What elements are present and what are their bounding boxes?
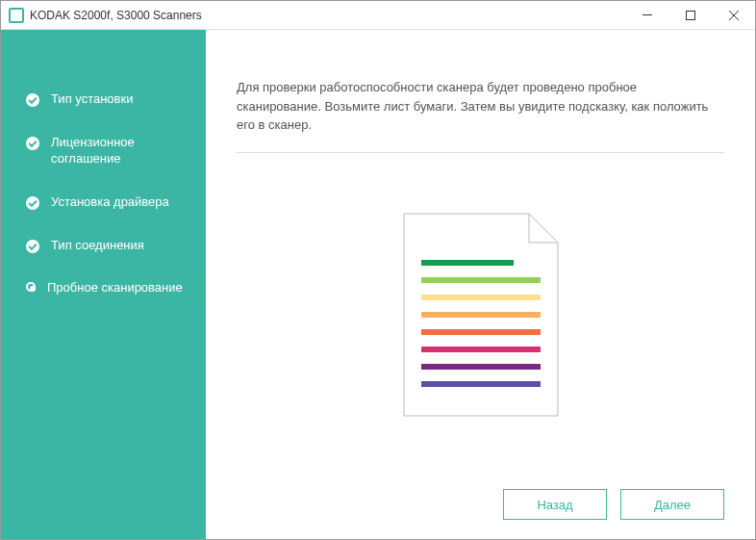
step-driver-install: Установка драйвера <box>1 181 206 224</box>
svg-rect-8 <box>421 295 541 300</box>
footer-buttons: Назад Далее <box>237 479 724 520</box>
next-button[interactable]: Далее <box>620 489 724 520</box>
svg-rect-7 <box>421 277 541 283</box>
current-step-icon <box>26 282 36 292</box>
svg-marker-5 <box>529 214 558 243</box>
svg-rect-0 <box>643 14 652 15</box>
step-label: Пробное сканирование <box>47 280 183 296</box>
next-button-label: Далее <box>654 498 691 512</box>
check-icon <box>26 93 39 107</box>
close-icon <box>729 11 739 20</box>
instruction-text: Для проверки работоспособности сканера б… <box>237 78 724 153</box>
step-install-type: Тип установки <box>1 78 206 121</box>
svg-rect-6 <box>421 260 514 266</box>
maximize-button[interactable] <box>668 1 712 29</box>
window-controls <box>625 1 755 29</box>
app-icon <box>9 8 24 23</box>
step-test-scan: Пробное сканирование <box>1 267 206 310</box>
check-icon <box>26 196 39 210</box>
close-button[interactable] <box>712 1 755 29</box>
maximize-icon <box>686 11 695 20</box>
step-license: Лицензионное соглашение <box>1 121 206 181</box>
test-page-icon <box>394 204 567 425</box>
step-label: Установка драйвера <box>51 194 169 211</box>
svg-rect-12 <box>421 364 541 370</box>
step-connection-type: Тип соединения <box>1 224 206 268</box>
window-title: KODAK S2000f, S3000 Scanners <box>30 9 625 22</box>
titlebar: KODAK S2000f, S3000 Scanners <box>1 1 755 30</box>
svg-rect-10 <box>421 329 541 335</box>
content-area: Тип установки Лицензионное соглашение Ус… <box>1 30 755 539</box>
sidebar: Тип установки Лицензионное соглашение Ус… <box>1 30 206 539</box>
back-button[interactable]: Назад <box>503 489 607 520</box>
step-label: Тип установки <box>51 91 133 108</box>
check-icon <box>26 240 39 253</box>
minimize-icon <box>643 14 652 15</box>
svg-rect-13 <box>421 381 541 387</box>
back-button-label: Назад <box>537 498 572 512</box>
minimize-button[interactable] <box>625 1 668 29</box>
svg-rect-11 <box>421 347 541 352</box>
svg-rect-9 <box>421 312 541 318</box>
document-illustration <box>394 204 567 428</box>
check-icon <box>26 137 39 150</box>
svg-rect-1 <box>686 11 694 19</box>
main-panel: Для проверки работоспособности сканера б… <box>206 30 755 539</box>
step-label: Тип соединения <box>51 238 144 254</box>
illustration-container <box>237 153 724 480</box>
step-label: Лицензионное соглашение <box>51 135 189 167</box>
